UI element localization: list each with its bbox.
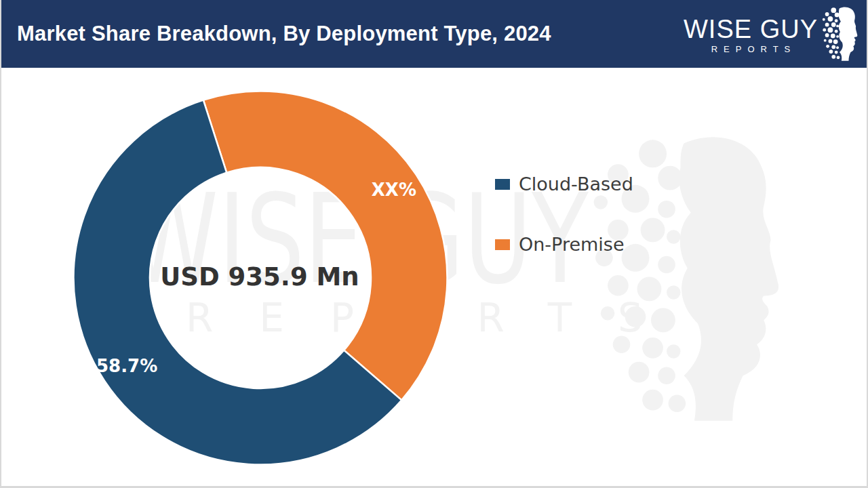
donut-segment-on-premise	[203, 91, 448, 400]
legend-item-on-premise: On-Premise	[495, 235, 633, 255]
brand-subtitle: REPORTS	[684, 44, 818, 54]
legend-label-on-premise: On-Premise	[519, 235, 625, 255]
legend-swatch-cloud-based	[495, 179, 510, 190]
page-title: Market Share Breakdown, By Deployment Ty…	[1, 22, 551, 46]
header-bar: Market Share Breakdown, By Deployment Ty…	[1, 0, 867, 68]
segment-label-on-premise: XX%	[372, 180, 416, 200]
legend-swatch-on-premise	[495, 239, 510, 250]
segment-label-cloud-based: 58.7%	[96, 356, 157, 376]
brand-logo: WISE GUY REPORTS	[684, 0, 859, 68]
infographic-page: Market Share Breakdown, By Deployment Ty…	[0, 0, 868, 488]
chart-legend: Cloud-Based On-Premise	[495, 174, 633, 254]
legend-label-cloud-based: Cloud-Based	[519, 174, 633, 195]
brand-face-icon	[819, 6, 859, 62]
brand-name: WISE GUY	[684, 16, 818, 42]
legend-item-cloud-based: Cloud-Based	[495, 174, 633, 195]
chart-center-value: USD 935.9 Mn	[160, 262, 359, 291]
brand-text: WISE GUY REPORTS	[684, 16, 818, 54]
